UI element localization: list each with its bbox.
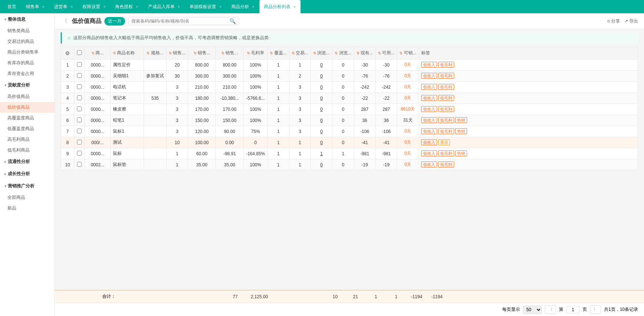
- browse1-link[interactable]: 0: [320, 107, 323, 112]
- nav-tab-analysis-close[interactable]: ×: [252, 4, 254, 9]
- browse1-link[interactable]: 0: [320, 162, 323, 167]
- row-check[interactable]: [74, 93, 85, 104]
- th-gear[interactable]: ⚙: [61, 47, 74, 60]
- nav-tab-analysis[interactable]: 商品分析 ×: [227, 0, 259, 13]
- row-checkbox[interactable]: [77, 129, 82, 133]
- nav-tab-sales[interactable]: 销售单 ×: [21, 0, 49, 13]
- row-check[interactable]: [74, 159, 85, 170]
- nav-tab-home[interactable]: 首页: [3, 0, 21, 13]
- row-check[interactable]: [74, 115, 85, 126]
- page-number-input[interactable]: [566, 306, 580, 313]
- per-page-select[interactable]: 50 100 200: [523, 306, 542, 314]
- sidebar-item-low-gross[interactable]: 低毛利商品: [0, 145, 54, 156]
- nav-tab-permission-close[interactable]: ×: [103, 4, 105, 9]
- sidebar-item-high-coverage[interactable]: 高覆盖度商品: [0, 113, 54, 123]
- th-stock2[interactable]: ⇅ 可用...: [376, 47, 397, 60]
- row-check[interactable]: [74, 71, 85, 82]
- browse1-link[interactable]: 0: [320, 96, 323, 101]
- nav-tab-analysis-list-close[interactable]: ×: [294, 4, 296, 9]
- nav-tab-template[interactable]: 单据模板设置 ×: [185, 0, 226, 13]
- row-browse2: 0: [332, 126, 354, 137]
- row-checkbox[interactable]: [77, 118, 82, 122]
- nav-tab-purchase-close[interactable]: ×: [70, 4, 73, 9]
- th-code[interactable]: ⇅ 商...: [85, 47, 111, 60]
- row-check[interactable]: [74, 60, 85, 71]
- select-all-checkbox[interactable]: [77, 50, 82, 55]
- sidebar-section-liquidity[interactable]: ▸ 流通性分析: [0, 156, 54, 168]
- nav-tab-role-close[interactable]: ×: [136, 4, 138, 9]
- browse1-link[interactable]: 0: [320, 129, 323, 134]
- th-trade[interactable]: ⇅ 交易...: [289, 47, 311, 60]
- sidebar-item-stock-capital[interactable]: 库存资金占用: [0, 68, 54, 79]
- row-trade: 1: [289, 159, 311, 170]
- row-check[interactable]: [74, 148, 85, 159]
- th-name[interactable]: ⇅ 商品名称: [111, 47, 144, 60]
- sidebar-item-low-value[interactable]: 低价值商品: [0, 102, 54, 113]
- row-check[interactable]: [74, 126, 85, 137]
- next-page-btn[interactable]: 〉: [590, 305, 601, 314]
- sidebar-item-all-goods[interactable]: 全部商品: [0, 192, 54, 203]
- th-browse2[interactable]: ⇅ 浏览...: [332, 47, 354, 60]
- tag-label: 低收入: [421, 106, 437, 112]
- row-checkbox[interactable]: [77, 162, 82, 167]
- row-check[interactable]: [74, 104, 85, 115]
- row-check[interactable]: [74, 137, 85, 148]
- prev-page-btn[interactable]: 〈: [545, 305, 556, 314]
- nav-tab-analysis-list[interactable]: 商品分析列表 ×: [259, 0, 300, 13]
- sidebar-section-overall[interactable]: ▾ 整体信息: [0, 13, 54, 26]
- sort-icon-st2: ⇅: [378, 51, 381, 55]
- sidebar-item-traded-goods[interactable]: 交易过的商品: [0, 36, 54, 47]
- sidebar-item-high-gross[interactable]: 高毛利商品: [0, 134, 54, 145]
- sidebar-item-category-rate[interactable]: 商品分类销售率: [0, 47, 54, 58]
- th-cover[interactable]: ⇅ 覆盖...: [268, 47, 289, 60]
- gear-icon[interactable]: ⚙: [65, 50, 70, 56]
- export-btn[interactable]: ↗ 导出: [624, 18, 638, 24]
- search-icon[interactable]: 🔍: [229, 18, 236, 24]
- nav-tab-purchase[interactable]: 进货单 ×: [50, 0, 77, 13]
- row-stock2: 36: [376, 115, 397, 126]
- browse1-link[interactable]: 0: [320, 74, 323, 79]
- sidebar-item-sales-goods[interactable]: 销售类商品: [0, 26, 54, 36]
- row-checkbox[interactable]: [77, 151, 82, 156]
- sidebar-section-marketing[interactable]: ▾ 营销推广分析: [0, 180, 54, 192]
- sidebar-item-low-coverage[interactable]: 低覆盖度商品: [0, 123, 54, 134]
- sort-icon-b2: ⇅: [335, 51, 338, 55]
- row-checkbox[interactable]: [77, 84, 82, 89]
- row-checkbox[interactable]: [77, 140, 82, 145]
- th-sales1[interactable]: ⇅ 销售...: [167, 47, 188, 60]
- sidebar-section-growth[interactable]: ▸ 成长性分析: [0, 168, 54, 180]
- row-code: 0000...: [85, 82, 111, 93]
- row-checkbox[interactable]: [77, 62, 82, 67]
- nav-tab-sales-close[interactable]: ×: [42, 4, 44, 9]
- sidebar-item-high-value[interactable]: 高价值商品: [0, 91, 54, 102]
- row-checkbox[interactable]: [77, 73, 82, 78]
- th-spec[interactable]: ⇅ 规格...: [144, 47, 167, 60]
- nav-tab-role[interactable]: 角色授权 ×: [111, 0, 142, 13]
- nav-tab-permission[interactable]: 权限设置 ×: [78, 0, 110, 13]
- th-browse1[interactable]: ⇅ 浏览...: [311, 47, 332, 60]
- nav-tab-template-close[interactable]: ×: [219, 4, 221, 9]
- filter-recent-month-btn[interactable]: 近一月: [104, 17, 125, 26]
- sidebar-section-contribution[interactable]: ▾ 贡献度分析: [0, 79, 54, 91]
- browse1-link[interactable]: 1: [320, 151, 323, 156]
- search-input[interactable]: [131, 18, 228, 24]
- sidebar-item-stock-goods[interactable]: 有库存的商品: [0, 58, 54, 68]
- browse1-link[interactable]: 0: [320, 62, 323, 68]
- row-check[interactable]: [74, 82, 85, 93]
- th-stock1[interactable]: ⇅ 现有...: [354, 47, 375, 60]
- sidebar-item-new-goods[interactable]: 新品: [0, 203, 54, 214]
- row-browse1: 0: [311, 115, 332, 126]
- nav-tab-stock-in-close[interactable]: ×: [178, 4, 180, 9]
- browse1-link[interactable]: 0: [320, 118, 323, 123]
- th-sales3[interactable]: ⇅ 销售...: [216, 47, 244, 60]
- th-salable[interactable]: ⇅ 可销...: [397, 47, 419, 60]
- share-btn[interactable]: ⎋ 分享: [607, 18, 620, 24]
- row-checkbox[interactable]: [77, 95, 82, 100]
- nav-tab-stock-in[interactable]: 产成品入库单 ×: [144, 0, 184, 13]
- th-sales2[interactable]: ⇅ 销售...: [188, 47, 216, 60]
- browse1-link[interactable]: 0: [320, 85, 323, 90]
- sidebar-collapse-btn[interactable]: 《: [61, 16, 69, 26]
- browse1-link[interactable]: 0: [320, 140, 323, 145]
- th-gross[interactable]: ⇅ 毛利率: [244, 47, 268, 60]
- row-checkbox[interactable]: [77, 106, 82, 111]
